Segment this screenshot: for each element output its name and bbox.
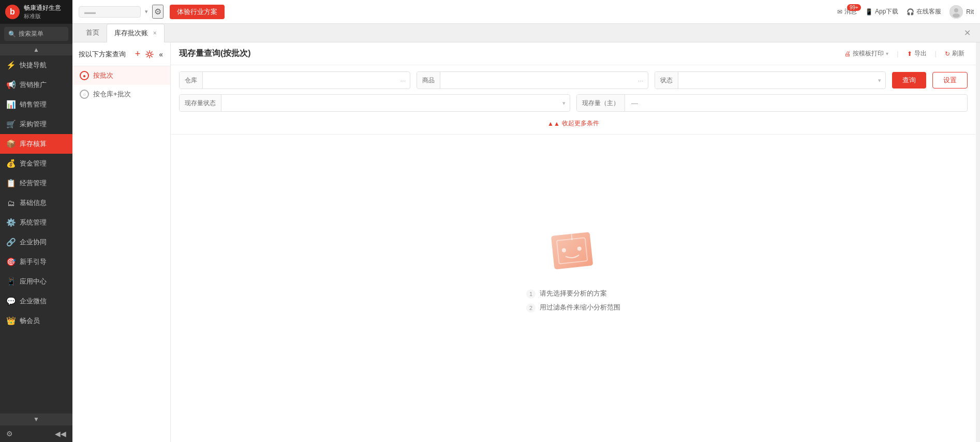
filter-area: 仓库 ··· 商品 ··· 状态 ▾ 查询 设置 xyxy=(171,65,976,135)
status-filter[interactable]: 状态 ▾ xyxy=(655,71,886,89)
system-icon: ⚙️ xyxy=(6,218,16,227)
status-label: 状态 xyxy=(655,72,678,89)
warehouse-filter[interactable]: 仓库 ··· xyxy=(179,71,410,89)
topbar-settings-btn[interactable]: ⚙ xyxy=(152,5,164,19)
sidebar-item-marketing[interactable]: 📢 营销推广 xyxy=(0,75,72,95)
sidebar-item-purchase[interactable]: 🛒 采购管理 xyxy=(0,114,72,134)
content-area: 按以下方案查询 + « ● 按批次 ○ 按仓库+批次 xyxy=(72,42,980,442)
topbar-chevron-icon[interactable]: ▾ xyxy=(145,8,148,15)
tab-home[interactable]: 首页 xyxy=(79,24,107,42)
tab-panel-close-btn[interactable]: ✕ xyxy=(961,27,974,39)
app-center-icon: 📱 xyxy=(6,277,16,286)
empty-step-2: 2 用过滤条件来缩小分析范围 xyxy=(526,303,620,313)
inventory-qty-label: 现存量（主） xyxy=(577,95,625,111)
basic-info-icon: 🗂 xyxy=(6,198,16,208)
topbar-right: ✉ 消息 99+ 📱 App下载 🎧 在线客服 Rit xyxy=(837,5,974,19)
page-actions: 🖨 按模板打印 ▾ | ⬆ 导出 | ↻ 刷新 xyxy=(841,48,968,60)
collapse-sidebar-btn[interactable]: ◀◀ xyxy=(55,430,66,438)
warehouse-input[interactable] xyxy=(203,72,396,89)
collapse-filters-btn[interactable]: ▲▲ 收起更多条件 xyxy=(179,117,968,128)
experience-btn[interactable]: 体验行业方案 xyxy=(170,5,225,19)
scheme-by-warehouse-batch[interactable]: ○ 按仓库+批次 xyxy=(72,85,170,104)
scheme-by-batch[interactable]: ● 按批次 xyxy=(72,66,170,85)
main-area: ▬▬ ▾ ⚙ 体验行业方案 ✉ 消息 99+ 📱 App下载 🎧 在线客服 xyxy=(72,0,980,442)
sidebar-header: b 畅康通好生意 标准版 xyxy=(0,0,72,24)
sidebar-item-system[interactable]: ⚙️ 系统管理 xyxy=(0,213,72,232)
sidebar-nav: ⚡ 快捷导航 📢 营销推广 📊 销售管理 🛒 采购管理 📦 库存核算 💰 资金管… xyxy=(0,55,72,414)
app-title: 畅康通好生意 标准版 xyxy=(24,4,61,20)
sidebar-footer: ⚙ ◀◀ xyxy=(0,425,72,442)
collapse-up-icon: ▲▲ xyxy=(547,120,560,127)
settings-footer-btn[interactable]: ⚙ xyxy=(6,430,13,438)
online-service-btn[interactable]: 🎧 在线客服 xyxy=(907,7,941,16)
right-content: 现存量查询(按批次) 🖨 按模板打印 ▾ | ⬆ 导出 | ↻ xyxy=(171,42,976,442)
app-download-btn[interactable]: 📱 App下载 xyxy=(865,7,898,16)
sidebar: b 畅康通好生意 标准版 🔍 搜索菜单 ▲ ⚡ 快捷导航 📢 营销推广 📊 销售… xyxy=(0,0,72,442)
status-arrow-icon: ▾ xyxy=(874,77,885,84)
filter-row-2: 现存量状态 ▾ 现存量（主） — xyxy=(179,94,968,112)
scheme-settings-btn[interactable] xyxy=(144,49,155,60)
print-dropdown-icon[interactable]: ▾ xyxy=(886,51,888,56)
svg-point-1 xyxy=(954,8,958,12)
refresh-btn[interactable]: ↻ 刷新 xyxy=(942,48,968,60)
inventory-status-arrow-icon: ▾ xyxy=(558,100,570,107)
sales-icon: 📊 xyxy=(6,100,16,109)
sidebar-item-app-center[interactable]: 📱 应用中心 xyxy=(0,272,72,291)
operations-icon: 📋 xyxy=(6,179,16,188)
sidebar-item-member[interactable]: 👑 畅会员 xyxy=(0,311,72,331)
wechat-icon: 💬 xyxy=(6,297,16,306)
user-name: Rit xyxy=(966,8,974,16)
product-more-icon[interactable]: ··· xyxy=(634,77,648,84)
sidebar-item-enterprise[interactable]: 🔗 企业协同 xyxy=(0,232,72,252)
print-btn[interactable]: 🖨 按模板打印 ▾ xyxy=(841,48,892,60)
settings-btn[interactable]: 设置 xyxy=(932,72,968,89)
tab-inventory-batch[interactable]: 库存批次账 × xyxy=(107,24,165,42)
user-area[interactable]: Rit xyxy=(949,5,974,19)
sidebar-item-finance[interactable]: 💰 资金管理 xyxy=(0,154,72,173)
topbar-search[interactable]: ▬▬ xyxy=(79,6,141,18)
tabs-bar: 首页 库存批次账 × ✕ xyxy=(72,24,980,42)
inventory-qty-filter[interactable]: 现存量（主） — xyxy=(576,94,968,112)
scroll-down-btn[interactable]: ▼ xyxy=(0,414,72,425)
topbar: ▬▬ ▾ ⚙ 体验行业方案 ✉ 消息 99+ 📱 App下载 🎧 在线客服 xyxy=(72,0,980,24)
sidebar-item-inventory[interactable]: 📦 库存核算 xyxy=(0,134,72,154)
inventory-status-label: 现存量状态 xyxy=(180,95,221,111)
inventory-status-filter[interactable]: 现存量状态 ▾ xyxy=(179,94,570,112)
sidebar-item-wechat[interactable]: 💬 企业微信 xyxy=(0,291,72,311)
app-download-icon: 📱 xyxy=(865,8,873,16)
right-scrollbar[interactable] xyxy=(976,42,980,442)
marketing-icon: 📢 xyxy=(6,80,16,90)
search-icon: 🔍 xyxy=(8,31,16,38)
step-2-num: 2 xyxy=(526,303,536,313)
print-icon: 🖨 xyxy=(844,50,851,57)
divider1: | xyxy=(897,50,898,57)
step-1-num: 1 xyxy=(526,289,536,299)
product-input[interactable] xyxy=(440,72,633,89)
purchase-icon: 🛒 xyxy=(6,120,16,129)
service-icon: 🎧 xyxy=(907,8,914,16)
add-scheme-btn[interactable]: + xyxy=(134,48,142,61)
scroll-up-btn[interactable]: ▲ xyxy=(0,44,72,55)
product-filter[interactable]: 商品 ··· xyxy=(417,71,648,89)
sidebar-item-basic-info[interactable]: 🗂 基础信息 xyxy=(0,193,72,213)
empty-step-1: 1 请先选择要分析的方案 xyxy=(526,289,620,299)
sidebar-search[interactable]: 🔍 搜索菜单 xyxy=(4,27,68,41)
messages-badge: 99+ xyxy=(847,4,861,11)
sidebar-item-newbie[interactable]: 🎯 新手引导 xyxy=(0,252,72,272)
warehouse-label: 仓库 xyxy=(180,72,203,89)
query-btn[interactable]: 查询 xyxy=(892,72,926,89)
topbar-search-icon: ▬▬ xyxy=(84,9,96,15)
sidebar-item-quick-nav[interactable]: ⚡ 快捷导航 xyxy=(0,55,72,75)
page-title-bar: 现存量查询(按批次) 🖨 按模板打印 ▾ | ⬆ 导出 | ↻ xyxy=(171,42,976,65)
collapse-panel-btn[interactable]: « xyxy=(158,49,164,60)
messages-btn[interactable]: ✉ 消息 99+ xyxy=(837,7,857,16)
svg-point-2 xyxy=(953,13,960,18)
warehouse-more-icon[interactable]: ··· xyxy=(396,77,410,84)
tab-close-btn[interactable]: × xyxy=(153,30,157,37)
export-icon: ⬆ xyxy=(907,50,912,57)
empty-steps: 1 请先选择要分析的方案 2 用过滤条件来缩小分析范围 xyxy=(526,289,620,317)
sidebar-item-operations[interactable]: 📋 经营管理 xyxy=(0,173,72,193)
sidebar-item-sales[interactable]: 📊 销售管理 xyxy=(0,95,72,114)
product-label: 商品 xyxy=(417,72,440,89)
export-btn[interactable]: ⬆ 导出 xyxy=(904,48,930,60)
